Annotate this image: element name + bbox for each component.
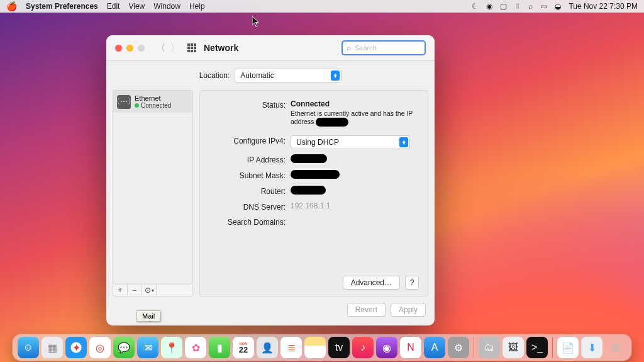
dns-value: 192.168.1.1 xyxy=(291,201,419,210)
dock-separator xyxy=(552,337,553,358)
dock-pages[interactable]: 📄 xyxy=(557,337,579,358)
apple-menu[interactable]: 🍎 xyxy=(6,2,17,11)
location-row: Location: Automatic xyxy=(106,61,435,90)
dock-notes[interactable] xyxy=(304,337,326,358)
service-status: Connected xyxy=(141,102,171,109)
dock-chrome[interactable]: ◎ xyxy=(89,337,111,358)
service-name: Ethernet xyxy=(135,94,171,102)
revert-button[interactable]: Revert xyxy=(347,303,386,317)
dock-reminders[interactable]: ≣ xyxy=(280,337,302,358)
dock-messages[interactable]: 💬 xyxy=(113,337,135,358)
remove-service-button[interactable]: − xyxy=(128,285,142,296)
titlebar: 〈 〉 Network ⌕ xyxy=(106,35,435,61)
dock: ☺▦✦◎💬✉📍✿▮NOV22👤≣tv♪◉NA⚙🗂🖼>_📄⬇🗑 xyxy=(13,334,631,361)
location-popup[interactable]: Automatic xyxy=(235,69,341,82)
forward-button[interactable]: 〉 xyxy=(170,42,180,54)
configure-label: Configure IPv4: xyxy=(209,135,291,145)
dock-podcasts[interactable]: ◉ xyxy=(376,337,397,358)
spotlight-icon[interactable]: ⌕ xyxy=(528,2,533,11)
dock-trash[interactable]: 🗑 xyxy=(605,337,626,358)
menubar: 🍎 System Preferences Edit View Window He… xyxy=(0,0,644,13)
dock-news[interactable]: N xyxy=(400,337,421,358)
search-input[interactable] xyxy=(353,43,421,52)
service-list[interactable]: 〈⋯〉 Ethernet Connected xyxy=(113,90,193,285)
configure-ipv4-popup[interactable]: Using DHCP xyxy=(291,135,410,149)
dns-label: DNS Server: xyxy=(209,201,291,212)
chevron-updown-icon xyxy=(399,137,408,147)
location-value: Automatic xyxy=(240,71,274,80)
window-title: Network xyxy=(204,43,238,53)
menu-help[interactable]: Help xyxy=(189,2,205,11)
dock-music[interactable]: ♪ xyxy=(352,337,374,358)
zoom-button[interactable] xyxy=(138,45,145,52)
search-icon: ⌕ xyxy=(347,43,351,52)
dock-preview[interactable]: 🖼 xyxy=(502,337,524,358)
ip-label: IP Address: xyxy=(209,154,291,164)
siri-icon[interactable]: ◒ xyxy=(555,2,561,11)
dock-finder[interactable]: ☺ xyxy=(18,337,39,358)
show-all-button[interactable] xyxy=(187,43,196,52)
dock-terminal[interactable]: >_ xyxy=(526,337,548,358)
chevron-updown-icon xyxy=(331,71,340,81)
menu-window[interactable]: Window xyxy=(153,2,180,11)
dock-desktop-stack[interactable]: 🗂 xyxy=(479,337,500,358)
status-label: Status: xyxy=(209,99,291,110)
dock-photos[interactable]: ✿ xyxy=(185,337,206,358)
router-label: Router: xyxy=(209,186,291,196)
dock-sysprefs[interactable]: ⚙ xyxy=(448,337,469,358)
redacted-router xyxy=(291,186,326,195)
close-button[interactable] xyxy=(115,45,122,52)
dock-mail[interactable]: ✉ xyxy=(137,337,158,358)
dock-tooltip: Mail xyxy=(136,310,160,322)
minimize-button[interactable] xyxy=(126,45,133,52)
dnd-icon[interactable]: ☾ xyxy=(472,2,479,11)
mask-label: Subnet Mask: xyxy=(209,170,291,180)
ethernet-icon: 〈⋯〉 xyxy=(117,95,131,109)
advanced-button[interactable]: Advanced… xyxy=(343,276,400,290)
detail-pane: Status: Connected Ethernet is currently … xyxy=(199,90,428,297)
traffic-lights xyxy=(115,45,145,52)
dock-downloads[interactable]: ⬇ xyxy=(581,337,602,358)
searchdomains-label: Search Domains: xyxy=(209,217,291,227)
dock-maps[interactable]: 📍 xyxy=(161,337,182,358)
back-button[interactable]: 〈 xyxy=(156,42,165,54)
help-button[interactable]: ? xyxy=(405,276,419,290)
dock-contacts[interactable]: 👤 xyxy=(257,337,278,358)
sidebar: 〈⋯〉 Ethernet Connected + − ⊙ xyxy=(113,90,193,297)
redacted-subnet-mask xyxy=(291,170,340,179)
menubar-clock[interactable]: Tue Nov 22 7:30 PM xyxy=(569,2,638,11)
search-field[interactable]: ⌕ xyxy=(341,40,426,55)
menubar-app[interactable]: System Preferences xyxy=(26,2,98,11)
service-actions: + − ⊙ xyxy=(113,285,193,297)
configure-value: Using DHCP xyxy=(296,138,339,147)
dock-calendar[interactable]: NOV22 xyxy=(233,337,254,358)
dock-appstore[interactable]: A xyxy=(424,337,445,358)
dock-facetime[interactable]: ▮ xyxy=(209,337,230,358)
battery-icon[interactable]: ▭ xyxy=(540,2,547,11)
status-sub-b: address xyxy=(291,118,314,125)
apply-button[interactable]: Apply xyxy=(391,303,426,317)
service-menu-button[interactable]: ⊙ xyxy=(142,285,157,296)
user-icon[interactable]: ◉ xyxy=(486,2,492,11)
menu-view[interactable]: View xyxy=(128,2,145,11)
control-center-icon[interactable]: ▢ xyxy=(500,2,507,11)
mouse-cursor xyxy=(252,16,260,28)
location-label: Location: xyxy=(199,71,230,80)
dock-safari[interactable]: ✦ xyxy=(65,337,87,358)
dock-separator xyxy=(474,337,474,358)
wifi-icon[interactable]: ⥣ xyxy=(514,2,521,11)
menu-edit[interactable]: Edit xyxy=(107,2,120,11)
redacted-ip-address xyxy=(291,154,327,163)
preferences-window: 〈 〉 Network ⌕ Location: Automatic xyxy=(106,35,435,325)
dock-launchpad[interactable]: ▦ xyxy=(42,337,63,358)
service-ethernet[interactable]: 〈⋯〉 Ethernet Connected xyxy=(113,91,192,113)
add-service-button[interactable]: + xyxy=(113,285,128,296)
status-sub-a: Ethernet is currently active and has the… xyxy=(291,110,413,117)
dock-tv[interactable]: tv xyxy=(328,337,350,358)
desktop: 🍎 System Preferences Edit View Window He… xyxy=(0,0,644,362)
status-value: Connected xyxy=(291,99,330,108)
status-dot-icon xyxy=(135,103,139,108)
redacted-ip xyxy=(316,118,348,127)
